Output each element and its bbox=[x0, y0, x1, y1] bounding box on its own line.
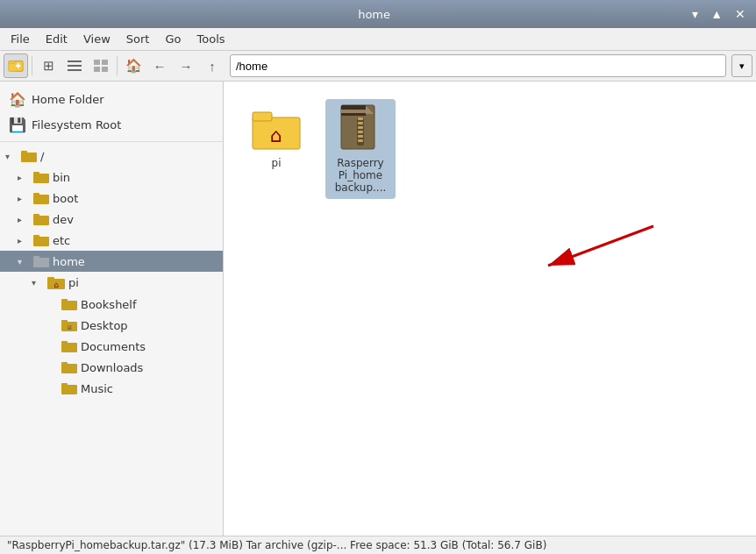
svg-rect-9 bbox=[102, 60, 108, 65]
tree-arrow-bin: ▸ bbox=[18, 173, 30, 182]
svg-rect-30 bbox=[61, 320, 68, 323]
home-folder-icon-pi: ⌂ bbox=[252, 107, 301, 151]
tree-item-music[interactable]: Music bbox=[0, 378, 223, 399]
svg-rect-36 bbox=[61, 385, 77, 394]
svg-rect-32 bbox=[61, 343, 77, 352]
view-icons-button[interactable]: ⊞ bbox=[36, 53, 61, 78]
tree-item-dev[interactable]: ▸ dev bbox=[0, 209, 223, 230]
tree-item-root[interactable]: ▾ / bbox=[0, 146, 223, 167]
svg-rect-8 bbox=[94, 60, 100, 65]
svg-rect-48 bbox=[358, 117, 363, 120]
tree-item-home[interactable]: ▾ home bbox=[0, 251, 223, 272]
folder-icon-etc bbox=[33, 233, 49, 247]
folder-icon-downloads bbox=[61, 360, 77, 374]
tree-arrow-etc: ▸ bbox=[18, 236, 30, 245]
tree-label-dev: dev bbox=[53, 213, 74, 226]
svg-text:⌂: ⌂ bbox=[270, 124, 282, 146]
tree-label-desktop: Desktop bbox=[81, 319, 128, 332]
tree-item-bookshelf[interactable]: Bookshelf bbox=[0, 294, 223, 315]
close-button[interactable]: ✕ bbox=[731, 6, 749, 22]
file-item-pi[interactable]: ⌂ pi bbox=[241, 99, 311, 199]
window-controls[interactable]: ▾ ▲ ✕ bbox=[688, 6, 749, 22]
tree-item-documents[interactable]: Documents bbox=[0, 336, 223, 357]
menu-tools[interactable]: Tools bbox=[190, 30, 232, 48]
maximize-button[interactable]: ▲ bbox=[707, 6, 726, 22]
tree-arrow-boot: ▸ bbox=[18, 194, 30, 203]
svg-rect-21 bbox=[33, 235, 39, 238]
sidebar-item-filesystem-root[interactable]: 💾 Filesystem Root bbox=[0, 112, 223, 138]
back-button[interactable]: ← bbox=[147, 53, 172, 78]
new-folder-button[interactable] bbox=[4, 53, 28, 78]
sidebar-item-home-folder[interactable]: 🏠 Home Folder bbox=[0, 87, 223, 112]
tree-arrow-pi: ▾ bbox=[32, 278, 44, 288]
svg-rect-28 bbox=[61, 299, 68, 302]
tree-label-documents: Documents bbox=[81, 340, 146, 353]
svg-rect-18 bbox=[33, 216, 49, 225]
svg-rect-27 bbox=[61, 301, 77, 310]
sidebar-divider bbox=[0, 141, 223, 142]
folder-icon-desktop: 🖥 bbox=[61, 318, 77, 332]
tree-item-etc[interactable]: ▸ etc bbox=[0, 230, 223, 251]
main-content: 🏠 Home Folder 💾 Filesystem Root ▾ / ▸ bi… bbox=[0, 82, 756, 536]
folder-icon-music bbox=[61, 381, 77, 395]
svg-rect-25 bbox=[47, 277, 54, 280]
title-bar: home ▾ ▲ ✕ bbox=[0, 0, 756, 28]
folder-icon-home bbox=[33, 254, 49, 268]
svg-line-55 bbox=[548, 226, 653, 266]
svg-rect-19 bbox=[33, 214, 39, 217]
menu-go[interactable]: Go bbox=[158, 30, 188, 48]
tree-label-home: home bbox=[53, 255, 85, 268]
svg-rect-22 bbox=[33, 258, 49, 267]
tree-item-pi[interactable]: ▾ ⌂ pi bbox=[0, 272, 223, 294]
tree-item-boot[interactable]: ▸ boot bbox=[0, 188, 223, 209]
svg-rect-33 bbox=[61, 341, 68, 344]
folder-icon-bookshelf bbox=[61, 297, 77, 311]
up-button[interactable]: ↑ bbox=[200, 53, 225, 78]
sidebar: 🏠 Home Folder 💾 Filesystem Root ▾ / ▸ bi… bbox=[0, 82, 224, 536]
file-area[interactable]: ⌂ pi bbox=[224, 82, 756, 536]
menu-edit[interactable]: Edit bbox=[39, 30, 75, 48]
toolbar-separator-2 bbox=[117, 56, 118, 75]
location-dropdown-button[interactable]: ▾ bbox=[731, 54, 752, 77]
tree-item-downloads[interactable]: Downloads bbox=[0, 357, 223, 378]
location-input[interactable] bbox=[230, 54, 726, 77]
svg-rect-49 bbox=[358, 122, 363, 124]
file-label-backup: Rasperry Pi_home backup.... bbox=[331, 157, 390, 194]
svg-rect-37 bbox=[61, 383, 68, 386]
menu-file[interactable]: File bbox=[4, 30, 37, 48]
folder-icon-pi: ⌂ bbox=[47, 275, 65, 290]
file-icon-backup bbox=[336, 104, 385, 153]
tree-item-desktop[interactable]: 🖥 Desktop bbox=[0, 315, 223, 336]
view-compact-button[interactable] bbox=[89, 53, 113, 78]
home-location-button[interactable]: 🏠 bbox=[121, 53, 146, 78]
toolbar: ⊞ 🏠 ← → ↑ ▾ bbox=[0, 51, 756, 82]
svg-rect-17 bbox=[33, 193, 39, 195]
svg-rect-20 bbox=[33, 237, 49, 246]
tree-label-music: Music bbox=[81, 382, 113, 395]
menu-bar: File Edit View Sort Go Tools bbox=[0, 28, 756, 51]
archive-icon bbox=[338, 103, 383, 154]
folder-icon-dev bbox=[33, 212, 49, 226]
forward-button[interactable]: → bbox=[174, 53, 198, 78]
svg-rect-50 bbox=[358, 126, 363, 129]
svg-rect-45 bbox=[341, 110, 366, 113]
tree-label-root: / bbox=[40, 150, 44, 163]
tree-label-etc: etc bbox=[53, 234, 70, 247]
file-item-backup[interactable]: Rasperry Pi_home backup.... bbox=[325, 99, 396, 199]
minimize-button[interactable]: ▾ bbox=[688, 6, 702, 22]
svg-rect-39 bbox=[253, 112, 272, 121]
tree-arrow-home: ▾ bbox=[18, 257, 30, 266]
folder-icon-documents bbox=[61, 339, 77, 353]
menu-view[interactable]: View bbox=[76, 30, 118, 48]
menu-sort[interactable]: Sort bbox=[119, 30, 157, 48]
svg-rect-11 bbox=[102, 67, 108, 72]
svg-rect-15 bbox=[33, 172, 39, 174]
tree-item-bin[interactable]: ▸ bin bbox=[0, 167, 223, 188]
view-list-button[interactable] bbox=[62, 53, 87, 78]
tree-label-downloads: Downloads bbox=[81, 361, 143, 374]
sidebar-item-filesystem-root-label: Filesystem Root bbox=[32, 118, 121, 131]
tree-arrow-root: ▾ bbox=[5, 152, 18, 161]
tree-label-boot: boot bbox=[53, 192, 78, 205]
window-title: home bbox=[60, 8, 688, 21]
status-bar: "RaspberryPi_homebackup.tar.gz" (17.3 Mi… bbox=[0, 536, 756, 554]
